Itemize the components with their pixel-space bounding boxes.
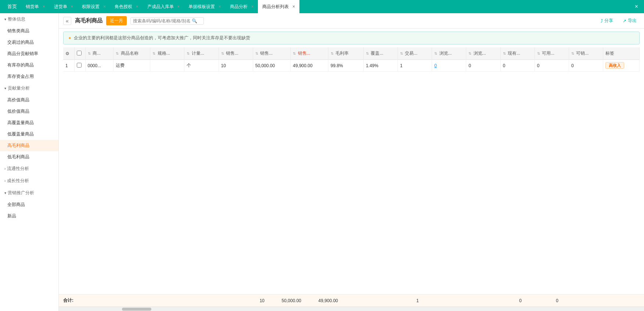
col-spec[interactable]: ⇅ 规格... [150, 47, 184, 60]
nav-analysis-list[interactable]: 商品分析列表 × [258, 0, 299, 13]
sidebar-group-flow[interactable]: › 流通性分析 [0, 163, 58, 175]
tag-badge: 高收入 [605, 62, 624, 69]
col-code[interactable]: ⇅ 商... [85, 47, 114, 60]
sidebar-item-low-margin[interactable]: 低毛利商品 [0, 151, 58, 163]
sidebar: ▾ 整体信息 销售类商品 交易过的商品 商品分贡献销率 有库存的商品 库存资金占… [0, 13, 59, 311]
col-view2[interactable]: ⇅ 浏览... [466, 47, 500, 60]
col-available[interactable]: ⇅ 可用... [535, 47, 569, 60]
close-product-warehouse[interactable]: × [177, 4, 180, 9]
cell-spec [150, 60, 184, 72]
footer-saleable: 0 [529, 298, 558, 303]
page-title: 高毛利商品 [75, 17, 102, 24]
footer-label: 合计: [63, 297, 73, 304]
sort-icon: ⇅ [88, 51, 91, 55]
sidebar-item-contribution[interactable]: 商品分贡献销率 [0, 48, 58, 59]
close-permission[interactable]: × [103, 4, 106, 9]
sidebar-group-contribution[interactable]: ▾ 贡献量分析 [0, 82, 58, 94]
cell-saleable: 0 [569, 60, 603, 72]
select-all-checkbox[interactable] [77, 51, 82, 55]
sort-icon-11: ⇅ [434, 51, 437, 55]
cell-view1[interactable]: 0 [432, 60, 466, 72]
nav-purchase[interactable]: 进货单 × [50, 0, 78, 13]
window-close[interactable]: × [632, 3, 641, 10]
table-footer: 合计: 10 50,000.00 49,900.00 1 0 0 [59, 294, 644, 307]
nav-analysis[interactable]: 商品分析 × [226, 0, 258, 13]
col-trade[interactable]: ⇅ 交易... [398, 47, 432, 60]
sidebar-item-low-value[interactable]: 低价值商品 [0, 106, 58, 117]
sidebar-item-low-coverage[interactable]: 低覆盖量商品 [0, 129, 58, 140]
close-sales[interactable]: × [43, 4, 45, 9]
collapse-button[interactable]: « [63, 17, 71, 25]
filter-button[interactable]: 近一月 [106, 16, 127, 25]
settings-icon: ⚙ [65, 51, 69, 56]
arrow-down-icon-3: ▾ [4, 191, 6, 195]
arrow-right-icon: › [4, 167, 6, 171]
cell-name: 运费 [114, 60, 150, 72]
sort-icon-12: ⇅ [468, 51, 471, 55]
cell-available: 0 [535, 60, 569, 72]
sidebar-item-in-stock[interactable]: 有库存的商品 [0, 59, 58, 71]
top-nav: 首页 销货单 × 进货单 × 权限设置 × 角色授权 × 产成品入库单 × 单据… [0, 0, 644, 13]
col-coverage[interactable]: ⇅ 覆盖... [363, 47, 397, 60]
col-sale-qty[interactable]: ⇅ 销售... [219, 47, 253, 60]
footer-sale-amount: 50,000.00 [272, 298, 301, 303]
nav-home[interactable]: 首页 [3, 0, 21, 13]
footer-sale-profit: 49,900.00 [309, 298, 338, 303]
nav-template[interactable]: 单据模板设置 × [184, 0, 226, 13]
arrow-down-icon-2: ▾ [4, 86, 6, 90]
cell-sale-amount: 50,000.00 [253, 60, 290, 72]
search-input[interactable] [133, 18, 192, 23]
nav-sales[interactable]: 销货单 × [21, 0, 50, 13]
table-header-row: ⚙ ⇅ 商... ⇅ 商品名称 [63, 47, 640, 60]
scrollbar-thumb[interactable] [122, 308, 151, 311]
col-name[interactable]: ⇅ 商品名称 [114, 47, 150, 60]
search-icon[interactable]: 🔍 [192, 18, 197, 23]
nav-product-warehouse[interactable]: 产成品入库单 × [143, 0, 184, 13]
sidebar-item-high-coverage[interactable]: 高覆盖量商品 [0, 117, 58, 129]
sidebar-item-sales-goods[interactable]: 销售类商品 [0, 25, 58, 37]
cell-index: 1 [63, 60, 74, 72]
col-view1[interactable]: ⇅ 浏览... [432, 47, 466, 60]
nav-permission[interactable]: 权限设置 × [78, 0, 110, 13]
close-role[interactable]: × [136, 4, 138, 9]
close-template[interactable]: × [219, 4, 221, 9]
table-row: 1 0000... 运费 个 10 50,000.00 49,900.00 99… [63, 60, 640, 72]
sidebar-item-traded-goods[interactable]: 交易过的商品 [0, 37, 58, 48]
sidebar-group-growth[interactable]: › 成长性分析 [0, 175, 58, 187]
footer-trade: 1 [389, 298, 419, 303]
sort-icon-7: ⇅ [293, 51, 296, 55]
col-sale-amount[interactable]: ⇅ 销售... [253, 47, 290, 60]
info-banner: ✦ 企业的主要的利润都是这部分商品创造的，可考虑加大推广，同时关注库存是不要出现… [63, 32, 640, 44]
sidebar-item-all-goods[interactable]: 全部商品 [0, 199, 58, 210]
close-purchase[interactable]: × [71, 4, 73, 9]
view1-link[interactable]: 0 [434, 63, 437, 68]
cell-view2: 0 [466, 60, 500, 72]
col-unit[interactable]: ⇅ 计量... [184, 47, 219, 60]
col-saleable[interactable]: ⇅ 可销... [569, 47, 603, 60]
sidebar-item-high-value[interactable]: 高价值商品 [0, 94, 58, 106]
cell-sale-qty: 10 [219, 60, 253, 72]
sidebar-group-marketing[interactable]: ▾ 营销推广分析 [0, 187, 58, 199]
cell-unit: 个 [184, 60, 219, 72]
col-settings[interactable]: ⚙ [63, 47, 74, 60]
row-checkbox[interactable] [77, 63, 82, 68]
horizontal-scrollbar[interactable] [59, 307, 644, 311]
sidebar-item-capital[interactable]: 库存资金占用 [0, 71, 58, 82]
sort-icon-9: ⇅ [366, 51, 369, 55]
col-checkbox [74, 47, 85, 60]
col-sale-profit[interactable]: ⇅ 销售... [291, 47, 328, 60]
col-gross-rate[interactable]: ⇅ 毛利率 [328, 47, 363, 60]
close-analysis-list[interactable]: × [292, 4, 295, 9]
sidebar-item-new-goods[interactable]: 新品 [0, 210, 58, 222]
cell-trade: 1 [398, 60, 432, 72]
sidebar-group-overall[interactable]: ▾ 整体信息 [0, 13, 58, 25]
cell-sale-profit: 49,900.00 [291, 60, 328, 72]
share-button[interactable]: ⤴ 分享 [598, 16, 616, 25]
content-header: « 高毛利商品 近一月 🔍 ⤴ 分享 ↗ 导出 [59, 13, 644, 29]
export-button[interactable]: ↗ 导出 [620, 16, 640, 25]
nav-role[interactable]: 角色授权 × [110, 0, 143, 13]
close-analysis[interactable]: × [251, 4, 253, 9]
sidebar-item-high-margin[interactable]: 高毛利商品 [0, 140, 58, 151]
data-table: ⚙ ⇅ 商... ⇅ 商品名称 [63, 47, 640, 72]
col-current[interactable]: ⇅ 现有... [500, 47, 535, 60]
